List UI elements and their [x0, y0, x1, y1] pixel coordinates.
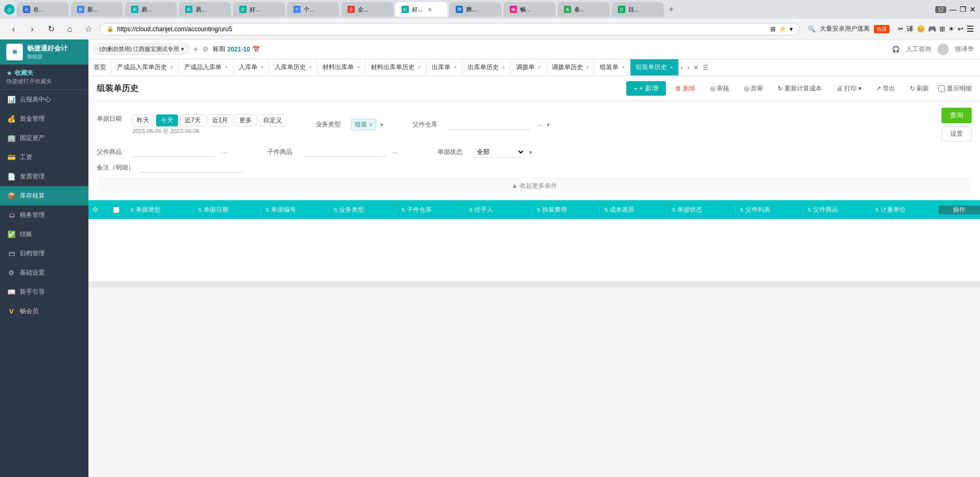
nav-tab-2[interactable]: 产成品入库单 × — [179, 59, 234, 76]
parent-warehouse-input[interactable] — [448, 120, 530, 130]
sidebar-item-invoice[interactable]: 📄 发票管理 — [0, 167, 88, 186]
parent-goods-more-icon[interactable]: ··· — [222, 148, 228, 157]
biz-type-dropdown-icon[interactable]: ▾ — [380, 121, 383, 128]
sun-icon[interactable]: ☀ — [948, 25, 955, 33]
nav-tab-11-close[interactable]: × — [622, 65, 625, 70]
sidebar-item-inventory[interactable]: 📦 库存核算 — [0, 186, 88, 205]
qr-icon[interactable]: ⊞ — [770, 25, 776, 33]
tabs-prev-arrow[interactable]: ‹ — [679, 59, 685, 76]
th-biz-type[interactable]: ⇅ 业务类型 — [329, 205, 397, 214]
child-goods-more-icon[interactable]: ··· — [392, 148, 398, 157]
new-tab-button[interactable]: + — [666, 5, 677, 14]
sidebar-item-guide[interactable]: 📖 新手引导 — [0, 282, 88, 302]
th-parent-list[interactable]: ⇅ 父件列表 — [736, 205, 803, 214]
game-icon[interactable]: 🎮 — [928, 25, 936, 33]
browser-tab-10[interactable]: 畅 畅... — [504, 2, 556, 17]
th-order-type[interactable]: ⇅ 单据类型 — [126, 205, 194, 214]
recalc-button[interactable]: ↻ 重新计算成本 — [772, 82, 827, 95]
menu-icon[interactable]: ☰ — [966, 24, 974, 34]
th-order-no[interactable]: ⇅ 单据编号 — [261, 205, 329, 214]
nav-tab-4[interactable]: 入库单历史 × — [269, 59, 318, 76]
browser-tab-2[interactable]: 新 新... — [71, 2, 123, 17]
tabs-menu[interactable]: ☰ — [701, 59, 711, 76]
parent-warehouse-more-icon[interactable]: ··· — [536, 121, 543, 129]
sidebar-item-member[interactable]: V 畅会员 — [0, 302, 88, 321]
sidebar-item-settlement[interactable]: ✅ 结账 — [0, 225, 88, 244]
sidebar-item-reports[interactable]: 📊 云报表中心 — [0, 90, 88, 109]
add-button[interactable]: + + 新增 — [626, 81, 666, 96]
delete-button[interactable]: 🗑 删除 — [670, 82, 701, 95]
th-cost-diff[interactable]: ⇅ 成本差异 — [600, 205, 667, 214]
nav-tab-1-close[interactable]: × — [170, 65, 173, 70]
th-handler[interactable]: ⇅ 经手人 — [465, 205, 532, 214]
print-button[interactable]: 🖨 打印 ▾ — [831, 82, 867, 95]
parent-goods-input[interactable] — [132, 147, 215, 157]
nav-tab-5-close[interactable]: × — [357, 65, 360, 70]
chevron-down-icon[interactable]: ▾ — [790, 25, 793, 33]
browser-tab-3[interactable]: 易 易... — [125, 2, 177, 17]
th-child-warehouse[interactable]: ⇅ 子件仓库 — [397, 205, 465, 214]
nav-tab-6-close[interactable]: × — [418, 65, 421, 70]
browser-tab-4[interactable]: 易 易... — [179, 2, 231, 17]
nav-tab-3-close[interactable]: × — [261, 65, 264, 70]
query-button[interactable]: 查询 — [942, 108, 972, 123]
nav-tab-4-close[interactable]: × — [309, 65, 312, 70]
date-btn-1month[interactable]: 近1月 — [208, 114, 233, 126]
settings-gear-icon[interactable]: ⚙ — [202, 45, 209, 53]
order-status-select[interactable]: 全部 草稿 已审核 — [473, 147, 525, 158]
nav-tab-3[interactable]: 入库单 × — [234, 59, 269, 76]
nav-tab-10[interactable]: 调拨单历史 × — [547, 59, 595, 76]
browser-tab-7[interactable]: 企 企... — [341, 2, 393, 17]
scissors-icon[interactable]: ✂ — [898, 25, 904, 33]
nav-tab-11[interactable]: 组装单 × — [595, 59, 630, 76]
date-btn-7days[interactable]: 近7天 — [180, 114, 205, 126]
biz-type-tag-remove[interactable]: × — [369, 121, 372, 128]
sidebar-favorites[interactable]: ★ 收藏夹 快捷键打开收藏夹 — [0, 65, 88, 90]
tab-close-icon[interactable]: ✕ — [428, 7, 432, 12]
th-order-date[interactable]: ⇅ 单据日期 — [194, 205, 261, 214]
select-all-checkbox[interactable] — [113, 207, 120, 213]
calendar-icon[interactable]: 📅 — [252, 46, 260, 53]
tabs-close-current[interactable]: ✕ — [691, 59, 701, 76]
nav-tab-6[interactable]: 材料出库单历史 × — [366, 59, 427, 76]
date-btn-more[interactable]: 更多 — [235, 114, 256, 126]
sidebar-item-salary[interactable]: 💳 工资 — [0, 148, 88, 167]
forward-button[interactable]: › — [25, 22, 40, 36]
nav-tab-1[interactable]: 产成品入库单历史 × — [112, 59, 179, 76]
th-settings[interactable]: ⚙ — [88, 206, 107, 213]
reload-button[interactable]: ↻ — [44, 22, 58, 36]
th-order-status[interactable]: ⇅ 单据状态 — [667, 205, 735, 214]
add-company-button[interactable]: + — [193, 45, 198, 54]
nav-tab-7-close[interactable]: × — [454, 65, 457, 70]
address-input[interactable] — [117, 25, 767, 33]
company-selector[interactable]: (勿删勿禁用) 江西服宝测试专用 ▾ — [95, 44, 189, 55]
sidebar-item-tax[interactable]: 🗂 税务管理 — [0, 205, 88, 225]
show-detail-checkbox[interactable]: 显示明细 — [938, 84, 972, 93]
home-button[interactable]: ⌂ — [62, 22, 77, 36]
nav-tab-8-close[interactable]: × — [502, 65, 505, 70]
collapse-button[interactable]: ▲ 收起更多条件 — [511, 182, 557, 190]
remarks-input[interactable] — [138, 163, 242, 173]
undo-icon[interactable]: ↩ — [958, 25, 963, 33]
sidebar-item-assets[interactable]: 🏢 固定资产 — [0, 128, 88, 148]
nav-tab-5[interactable]: 材料出库单 × — [317, 59, 366, 76]
unapprove-button[interactable]: ◎ 弃审 — [739, 82, 768, 95]
emoji-icon[interactable]: 😊 — [917, 25, 925, 33]
th-checkbox[interactable] — [107, 207, 126, 213]
nav-tab-7[interactable]: 出库单 × — [427, 59, 462, 76]
close-browser-icon[interactable]: ✕ — [970, 5, 976, 14]
browser-tab-12[interactable]: 目 目... — [612, 2, 664, 17]
address-bar[interactable]: 🔒 ⊞ ⚡ ▾ — [100, 23, 800, 35]
show-detail-input[interactable] — [938, 85, 945, 92]
th-unit[interactable]: ⇅ 计量单位 — [871, 205, 938, 214]
horizontal-scrollbar[interactable] — [88, 281, 980, 288]
nav-tab-2-close[interactable]: × — [225, 65, 228, 70]
order-status-dropdown-icon[interactable]: ▾ — [529, 149, 532, 156]
th-disassemble-cost[interactable]: ⇅ 拆装费用 — [532, 205, 600, 214]
star-button[interactable]: ☆ — [81, 22, 96, 36]
settings-col-icon[interactable]: ⚙ — [93, 206, 98, 213]
nav-tab-12[interactable]: 组装单历史 × — [630, 59, 679, 76]
maximize-icon[interactable]: ❐ — [960, 5, 966, 14]
set-button[interactable]: 设置 — [942, 126, 972, 141]
refresh-button[interactable]: ↻ 刷新 — [905, 82, 934, 95]
